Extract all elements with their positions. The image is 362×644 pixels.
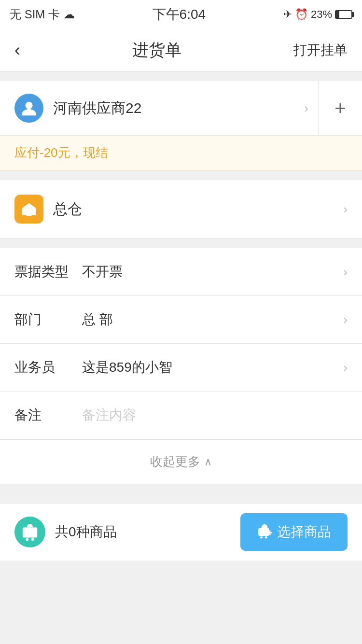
invoice-type-value: 不开票: [82, 263, 338, 281]
warehouse-icon: [20, 200, 38, 218]
battery-text: 23%: [311, 8, 332, 21]
chevron-right-icon: ›: [343, 312, 348, 327]
page-background: [0, 560, 362, 644]
cart-icon: [21, 523, 39, 541]
bottom-bar: 共0种商品 选择商品: [0, 503, 362, 560]
svg-point-0: [25, 102, 32, 109]
supplier-row[interactable]: 河南供应商22 ›: [0, 81, 319, 135]
warehouse-row[interactable]: 总仓 ›: [0, 180, 362, 238]
section-divider-4: [0, 484, 362, 493]
remark-row[interactable]: 备注 备注内容: [0, 392, 362, 439]
alarm-icon: ⏰: [295, 8, 308, 21]
status-time: 下午6:04: [153, 5, 206, 24]
form-rows: 票据类型 不开票 › 部门 总 部 › 业务员 这是859的小智 › 备注 备注…: [0, 248, 362, 439]
chevron-right-icon: ›: [343, 265, 348, 280]
battery-bar: [335, 10, 352, 19]
add-cart-icon: [257, 524, 272, 540]
invoice-type-label: 票据类型: [14, 263, 82, 281]
department-row[interactable]: 部门 总 部 ›: [0, 296, 362, 344]
svg-point-4: [31, 538, 34, 541]
warehouse-label: 总仓: [53, 199, 343, 219]
status-left: 无 SIM 卡 ☁: [10, 7, 75, 22]
open-hangup-button[interactable]: 打开挂单: [293, 41, 348, 59]
svg-point-3: [26, 538, 28, 541]
remark-placeholder: 备注内容: [82, 406, 348, 424]
status-right: ✈ ⏰ 23%: [283, 8, 352, 21]
back-button[interactable]: ‹: [14, 40, 20, 60]
salesperson-label: 业务员: [14, 358, 82, 377]
collapse-button[interactable]: 收起更多 ∧: [0, 439, 362, 484]
product-count-label: 共0种商品: [55, 523, 240, 541]
add-supplier-button[interactable]: +: [319, 81, 362, 135]
chevron-right-icon: ›: [343, 202, 348, 217]
remark-label: 备注: [14, 406, 82, 424]
select-goods-button[interactable]: 选择商品: [240, 513, 348, 551]
svg-rect-1: [27, 211, 32, 216]
svg-rect-5: [258, 528, 269, 536]
person-icon: [20, 99, 38, 117]
supplier-avatar: [14, 94, 43, 123]
svg-rect-2: [23, 528, 37, 538]
select-goods-label: 选择商品: [277, 523, 331, 541]
department-value: 总 部: [82, 310, 338, 329]
section-divider-3: [0, 238, 362, 248]
signal-text: 无 SIM 卡 ☁: [10, 7, 75, 22]
svg-point-7: [265, 536, 267, 539]
collapse-label: 收起更多: [150, 453, 200, 470]
department-label: 部门: [14, 310, 82, 329]
svg-point-6: [260, 536, 263, 539]
notice-banner: 应付-20元，现结: [0, 136, 362, 170]
page-title: 进货单: [132, 39, 181, 61]
warehouse-icon-wrap: [14, 195, 43, 224]
battery-icon: ✈: [283, 8, 292, 21]
section-divider-1: [0, 71, 362, 81]
chevron-right-icon: ›: [304, 101, 308, 116]
section-divider-2: [0, 170, 362, 180]
chevron-up-icon: ∧: [204, 456, 212, 468]
salesperson-row[interactable]: 业务员 这是859的小智 ›: [0, 344, 362, 392]
supplier-name: 河南供应商22: [53, 98, 304, 118]
status-bar: 无 SIM 卡 ☁ 下午6:04 ✈ ⏰ 23%: [0, 0, 362, 29]
nav-bar: ‹ 进货单 打开挂单: [0, 29, 362, 71]
supplier-section: 河南供应商22 › +: [0, 81, 362, 136]
invoice-type-row[interactable]: 票据类型 不开票 ›: [0, 248, 362, 296]
salesperson-value: 这是859的小智: [82, 358, 338, 377]
chevron-right-icon: ›: [343, 360, 348, 375]
product-icon-wrap: [14, 517, 45, 547]
